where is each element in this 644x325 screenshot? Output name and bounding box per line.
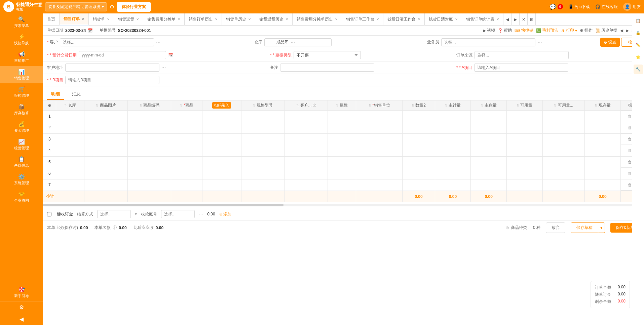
tab-sales-order[interactable]: 销售订单 ✕	[60, 13, 89, 26]
sidebar-enterprise[interactable]: 🤝 企业协同	[0, 188, 43, 206]
col-customer-code[interactable]: ⇅ 客户... ⓘ	[285, 100, 328, 111]
close-tab-return-history[interactable]: ✕	[286, 17, 288, 21]
b-project-input[interactable]	[65, 76, 159, 84]
tab-nav-prev[interactable]: ◀	[503, 13, 512, 26]
right-panel-tool-icon[interactable]: 🔧	[634, 65, 643, 74]
delete-row-btn[interactable]: 🗑	[628, 137, 632, 141]
calendar-icon[interactable]: 📅	[88, 28, 93, 33]
salesperson-input[interactable]	[441, 38, 535, 46]
address-more-btn[interactable]: ···	[161, 65, 166, 71]
delete-row-btn[interactable]: 🗑	[628, 148, 632, 153]
tab-reconcile[interactable]: 钱货日清对账 ✕	[425, 13, 462, 26]
one-key-checkout-checkbox[interactable]	[47, 212, 51, 216]
close-tab-sales-invoice[interactable]: ✕	[107, 17, 110, 21]
tab-sales-return[interactable]: 销货退货 ✕	[114, 13, 143, 26]
tab-close-all[interactable]: ✕	[520, 13, 528, 26]
discard-btn[interactable]: 放弃	[546, 222, 565, 233]
tab-daily-clear[interactable]: 钱货日清工作台 ✕	[383, 13, 425, 26]
tab-expense-history[interactable]: 销售费用分摊单历史 ✕	[293, 13, 342, 26]
industry-btn[interactable]: 体验行业方案	[117, 2, 151, 12]
col-main-unit[interactable]: ⇅ 主计量	[435, 100, 471, 111]
customer-more-btn[interactable]: ···	[156, 39, 160, 45]
operation-btn[interactable]: ⚙ 操作	[580, 28, 593, 33]
col-unit[interactable]: ⇅ *销售单位	[356, 100, 403, 111]
tab-summary[interactable]: 汇总	[68, 89, 85, 100]
right-panel-edit-icon[interactable]: ✏️	[634, 40, 643, 50]
sidebar-bottom-settings[interactable]: ⚙	[0, 301, 43, 313]
account-more-btn[interactable]: ···	[199, 211, 203, 217]
warehouse-more-btn[interactable]: ···	[291, 39, 295, 45]
settings-icon[interactable]: ⚙	[110, 4, 114, 10]
profit-forecast-btn[interactable]: 💹 毛利预告	[536, 28, 558, 33]
sidebar-search[interactable]: 🔍 搜索菜单	[0, 13, 43, 31]
delete-row-btn[interactable]: 🗑	[628, 125, 632, 130]
delivery-date-input[interactable]	[79, 51, 166, 59]
tab-sales-invoice[interactable]: 销货单 ✕	[89, 13, 114, 26]
sidebar-purchase[interactable]: 🛒 采购管理	[0, 83, 43, 101]
sidebar-quick-nav[interactable]: ⚡ 快捷导航	[0, 31, 43, 48]
sidebar-sales[interactable]: 📊 销售管理	[0, 66, 43, 83]
close-tab-daily-clear[interactable]: ✕	[418, 17, 420, 21]
right-panel-star-icon[interactable]: ⭐	[634, 52, 643, 62]
tab-order-history[interactable]: 销售订单历史 ✕	[185, 13, 222, 26]
right-panel-lock-icon[interactable]: 🔒	[634, 28, 643, 38]
col-main-qty[interactable]: ⇅ 主数量	[471, 100, 507, 111]
tab-invoice-history[interactable]: 销货单历史 ✕	[222, 13, 255, 26]
tab-expand[interactable]: ⊞	[528, 13, 536, 26]
delete-row-btn[interactable]: 🗑	[628, 114, 632, 119]
col-product[interactable]: ⇅ *商品	[171, 100, 202, 111]
system-selector[interactable]: 装备及固定资产辅助管理系统 ▾	[45, 2, 107, 11]
app-download[interactable]: 📱 App下载	[568, 4, 590, 10]
tab-stats[interactable]: 销售订单统计表 ✕	[462, 13, 503, 26]
save-draft-dropdown-btn[interactable]: ▾	[598, 223, 605, 232]
online-support[interactable]: 🎧 在线客服	[595, 4, 618, 10]
tab-return-history[interactable]: 销货退货历史 ✕	[255, 13, 293, 26]
close-tab-sales-order[interactable]: ✕	[82, 17, 84, 21]
col-code[interactable]: ⇅ 商品编码	[128, 100, 171, 111]
shortcut-btn[interactable]: ⌨ 快捷键	[515, 28, 533, 33]
message-icon[interactable]: 💬 9	[550, 4, 563, 10]
close-tab-invoice-history[interactable]: ✕	[248, 17, 251, 21]
col-stock[interactable]: ⇅ 现存量	[585, 100, 621, 111]
scan-input-btn[interactable]: 扫码录入	[212, 102, 231, 109]
horizontal-scrollbar[interactable]	[43, 204, 644, 206]
sidebar-newbie[interactable]: 🎯 新手引导	[0, 284, 43, 301]
sidebar-basic-info[interactable]: 📋 基础信息	[0, 153, 43, 171]
video-btn[interactable]: ▶ 视频	[483, 28, 495, 33]
col-warehouse[interactable]: ⇅ 仓库	[56, 100, 84, 111]
tab-workbench[interactable]: 销售订单工作台 ✕	[342, 13, 383, 26]
close-tab-expense-history[interactable]: ✕	[335, 17, 338, 21]
payment-method-input[interactable]	[97, 210, 131, 218]
warehouse-input[interactable]	[264, 38, 332, 46]
tab-detail[interactable]: 明细	[47, 89, 64, 100]
settings-btn[interactable]: ⚙ 设置	[600, 38, 620, 47]
print-btn[interactable]: 🖨 打印 ▾	[561, 28, 577, 33]
save-draft-btn[interactable]: 保存草稿	[571, 223, 598, 233]
tab-expense-split[interactable]: 销售费用分摊单 ✕	[143, 13, 185, 26]
next-record-btn[interactable]: ▶	[626, 28, 629, 33]
col-spec[interactable]: ⇅ 规格型号	[241, 100, 285, 111]
debit-info-icon[interactable]: ⓘ	[113, 225, 117, 231]
col-available[interactable]: ⇅ 可用量	[506, 100, 542, 111]
col-scan[interactable]: 扫码录入	[202, 100, 241, 111]
col-qty2[interactable]: ⇅ 数量2	[403, 100, 435, 111]
col-attr[interactable]: ⇅ 属性	[328, 100, 356, 111]
close-tab-workbench[interactable]: ✕	[376, 17, 379, 21]
account-input[interactable]	[161, 210, 195, 218]
col-available2[interactable]: ⇅ 可用量...	[542, 100, 585, 111]
col-settings[interactable]: ⚙	[43, 100, 56, 111]
delete-row-btn[interactable]: 🗑	[628, 171, 632, 176]
customer-input[interactable]	[60, 38, 154, 46]
sidebar-system[interactable]: ⚙️ 系统管理	[0, 171, 43, 188]
tab-nav-next[interactable]: ▶	[512, 13, 520, 26]
sidebar-marketing[interactable]: 📢 营销推广	[0, 48, 43, 66]
tab-home[interactable]: 首页	[43, 13, 60, 26]
salesperson-more-btn[interactable]: ···	[537, 39, 542, 45]
delete-row-btn[interactable]: 🗑	[628, 160, 632, 164]
sidebar-inventory[interactable]: 📦 库存核算	[0, 101, 43, 118]
invoice-type-select[interactable]: 不开票	[294, 51, 361, 59]
close-tab-order-history[interactable]: ✕	[215, 17, 218, 21]
close-tab-expense-split[interactable]: ✕	[178, 17, 180, 21]
one-key-checkout-label[interactable]: 一键收订金	[47, 211, 73, 217]
prev-record-btn[interactable]: ◀	[620, 28, 623, 33]
